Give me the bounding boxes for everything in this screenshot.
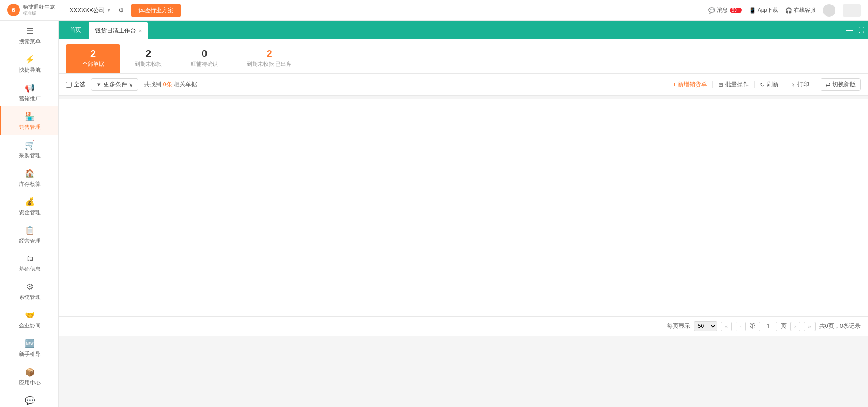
refresh-button[interactable]: ↻ 刷新 — [760, 80, 778, 89]
tabbar: 首页 钱货日清工作台 × — ⛶ — [59, 21, 868, 39]
sidebar-item-enterprise-wechat[interactable]: 💬 企业微信 — [0, 390, 58, 407]
sidebar-item-guide[interactable]: 🆕 新手引导 — [0, 333, 58, 362]
system-icon: ⚙ — [26, 282, 33, 292]
enterprise-icon: 🤝 — [25, 310, 35, 320]
sidebar-item-app-center[interactable]: 📦 应用中心 — [0, 362, 58, 390]
sidebar-item-label: 采购管理 — [19, 152, 41, 159]
filter-label: 更多条件 — [104, 80, 127, 89]
print-button[interactable]: 🖨 打印 — [790, 80, 809, 89]
result-count: 共找到 0条 相关单据 — [144, 80, 197, 89]
sidebar-item-label: 基础信息 — [19, 265, 41, 273]
divider — [754, 81, 755, 88]
page-label: 第 — [750, 322, 755, 330]
filter-button[interactable]: ▼ 更多条件 ∨ — [91, 78, 138, 91]
sidebar-item-inventory[interactable]: 🏠 库存核算 — [0, 163, 58, 192]
company-selector[interactable]: XXXXXX公司 ▼ — [70, 6, 111, 14]
online-service-btn[interactable]: 🎧 在线客服 — [785, 6, 816, 14]
result-text: 共找到 — [144, 81, 161, 88]
sidebar-item-label: 销售管理 — [19, 123, 41, 131]
select-all-checkbox[interactable]: 全选 — [66, 80, 85, 89]
page-size-select[interactable]: 50 100 200 — [694, 321, 717, 331]
purchase-icon: 🛒 — [25, 140, 35, 150]
stat-pending[interactable]: 0 旺辅待确认 — [176, 44, 232, 73]
first-page-button[interactable]: « — [721, 322, 732, 331]
settings-icon[interactable]: ⚙ — [115, 4, 127, 17]
minimize-icon[interactable]: — — [846, 26, 853, 33]
sidebar-item-quick-nav[interactable]: ⚡ 快捷导航 — [0, 49, 58, 78]
sidebar-item-system[interactable]: ⚙ 系统管理 — [0, 276, 58, 305]
user-name-placeholder[interactable] — [843, 4, 861, 17]
sidebar-item-marketing[interactable]: 📢 营销推广 — [0, 78, 58, 106]
result-suffix: 相关单据 — [174, 81, 197, 88]
print-icon: 🖨 — [790, 81, 796, 88]
stat-label-overdue: 到期未收款 — [135, 61, 162, 68]
sidebar-item-label: 经营管理 — [19, 237, 41, 245]
result-num: 0条 — [163, 81, 172, 88]
trial-button[interactable]: 体验行业方案 — [131, 4, 181, 17]
sales-icon: 🏪 — [25, 112, 35, 122]
main-layout: ☰ 搜索菜单 ⚡ 快捷导航 📢 营销推广 🏪 销售管理 🛒 采购管理 🏠 库存核… — [0, 21, 868, 407]
sidebar-item-label: 搜索菜单 — [19, 38, 41, 46]
logo: 6 畅捷通好生意 标准版 — [7, 4, 66, 16]
prev-page-button[interactable]: ‹ — [736, 322, 745, 331]
tab-active[interactable]: 钱货日清工作台 × — [89, 22, 148, 40]
divider — [815, 81, 815, 88]
tab-close-icon[interactable]: × — [139, 28, 142, 33]
table-area — [59, 99, 868, 316]
switch-version-button[interactable]: ⇄ 切换新版 — [821, 78, 861, 91]
tab-label: 钱货日清工作台 — [95, 27, 136, 35]
sidebar-item-search-menu[interactable]: ☰ 搜索菜单 — [0, 21, 58, 49]
app-download-label: App下载 — [758, 6, 778, 14]
next-page-button[interactable]: › — [790, 322, 800, 331]
app-icon: 📱 — [749, 7, 756, 14]
last-page-button[interactable]: » — [804, 322, 815, 331]
divider — [712, 81, 713, 88]
stat-num-overdue: 2 — [146, 48, 151, 60]
batch-operation-button[interactable]: ⊞ 批量操作 — [718, 80, 749, 89]
sidebar-item-label: 库存核算 — [19, 180, 41, 188]
total-info: 共0页，0条记录 — [819, 322, 861, 330]
sidebar-item-label: 资金管理 — [19, 209, 41, 216]
sidebar-item-label: 营销推广 — [19, 95, 41, 103]
sidebar-item-operations[interactable]: 📋 经营管理 — [0, 220, 58, 248]
app-center-icon: 📦 — [25, 367, 35, 377]
maximize-icon[interactable]: ⛶ — [858, 26, 864, 33]
search-menu-icon: ☰ — [26, 26, 33, 36]
stat-label-pending: 旺辅待确认 — [191, 61, 218, 68]
sidebar-item-enterprise[interactable]: 🤝 企业协同 — [0, 305, 58, 333]
sidebar-item-purchase[interactable]: 🛒 采购管理 — [0, 135, 58, 163]
select-all-label: 全选 — [74, 80, 85, 89]
switch-icon: ⇄ — [826, 81, 830, 88]
finance-icon: 💰 — [25, 197, 35, 207]
sidebar: ☰ 搜索菜单 ⚡ 快捷导航 📢 营销推广 🏪 销售管理 🛒 采购管理 🏠 库存核… — [0, 21, 59, 407]
sidebar-item-label: 快捷导航 — [19, 66, 41, 74]
avatar[interactable] — [823, 4, 835, 17]
tabbar-actions: — ⛶ — [846, 26, 864, 33]
app-download-btn[interactable]: 📱 App下载 — [749, 6, 778, 14]
headset-icon: 🎧 — [785, 7, 792, 14]
guide-icon: 🆕 — [25, 339, 35, 349]
stat-num-all: 2 — [90, 48, 96, 60]
new-sales-order-button[interactable]: + 新增销货单 — [673, 80, 707, 89]
stat-overdue-out[interactable]: 2 到期未收款 已出库 — [232, 44, 306, 73]
stat-all[interactable]: 2 全部单据 — [66, 44, 120, 73]
logo-text-block: 畅捷通好生意 标准版 — [23, 4, 55, 16]
page-number-input[interactable] — [759, 322, 777, 331]
toolbar: 全选 ▼ 更多条件 ∨ 共找到 0条 相关单据 + 新增销货单 — [59, 74, 868, 96]
tab-home[interactable]: 首页 — [62, 21, 89, 39]
sidebar-item-finance[interactable]: 💰 资金管理 — [0, 192, 58, 220]
batch-label: 批量操作 — [725, 80, 749, 89]
stat-num-overdue-out: 2 — [267, 48, 272, 60]
enterprise-wechat-icon: 💬 — [25, 396, 35, 406]
sidebar-item-sales[interactable]: 🏪 销售管理 — [0, 106, 58, 135]
message-label: 消息 — [717, 6, 728, 14]
sidebar-item-label: 企业协同 — [19, 322, 41, 330]
stats-row: 2 全部单据 2 到期未收款 0 旺辅待确认 2 到期未收款 已出库 — [59, 39, 868, 74]
sidebar-item-basic-info[interactable]: 🗂 基础信息 — [0, 248, 58, 276]
toolbar-right: + 新增销货单 ⊞ 批量操作 ↻ 刷新 🖨 打印 — [673, 78, 861, 91]
stat-overdue[interactable]: 2 到期未收款 — [120, 44, 176, 73]
stat-label-overdue-out: 到期未收款 已出库 — [247, 61, 292, 68]
select-all-input[interactable] — [66, 82, 72, 88]
sidebar-item-label: 应用中心 — [19, 379, 41, 387]
message-btn[interactable]: 💬 消息 99+ — [708, 6, 742, 14]
